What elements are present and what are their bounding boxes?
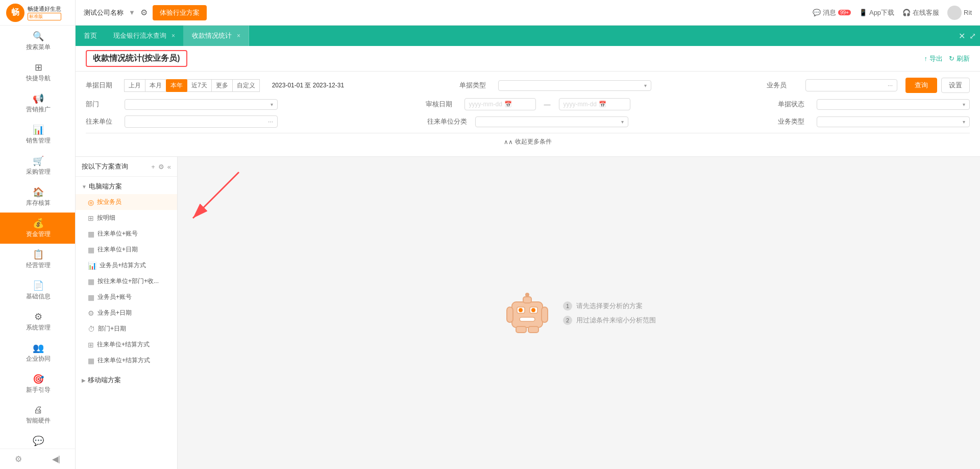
scheme-collapse-btn[interactable]: « (167, 163, 171, 171)
sidebar-item-quicknav[interactable]: ⊞ 快捷导航 (0, 57, 75, 88)
sidebar-item-purchase[interactable]: 🛒 采购管理 (0, 150, 75, 181)
svg-point-9 (525, 293, 529, 297)
scheme-item-partner-dept[interactable]: ▦ 按往来单位+部门+收... (76, 273, 177, 289)
grid-icon: ⊞ (35, 62, 42, 73)
partner-select[interactable]: ··· (125, 115, 278, 128)
query-btn[interactable]: 查询 (905, 78, 937, 93)
scheme-settings-btn[interactable]: ⚙ (158, 163, 164, 171)
date-tab-more[interactable]: 更多 (211, 79, 233, 92)
partner-settlement2-icon: ▦ (88, 357, 94, 365)
scheme-item-sales-account[interactable]: ▦ 业务员+账号 (76, 289, 177, 305)
sidebar-item-marketing[interactable]: 📢 营销推广 (0, 88, 75, 119)
sidebar-item-collab[interactable]: 👥 企业协同 (0, 337, 75, 368)
dept-chevron: ▾ (271, 102, 273, 107)
date-tab-this-year[interactable]: 本年 (166, 79, 187, 92)
sidebar-item-guide[interactable]: 🎯 新手引导 (0, 368, 75, 400)
messages-btn[interactable]: 💬 消息 99+ (813, 8, 851, 17)
scheme-item-partner-settlement2[interactable]: ▦ 往来单位+结算方式 (76, 353, 177, 368)
scheme-add-btn[interactable]: + (151, 163, 155, 171)
sidebar-item-sales[interactable]: 📊 销售管理 (0, 119, 75, 150)
scheme-group-mobile[interactable]: ▶ 移动端方案 (76, 372, 177, 388)
system-icon: ⚙ (34, 311, 42, 322)
sidebar-footer: ⚙ ◀| (0, 449, 75, 469)
date-tab-last-month[interactable]: 上月 (124, 79, 145, 92)
collapse-btn[interactable]: ∧∧ 收起更多条件 (86, 133, 970, 150)
scheme-panel: 按以下方案查询 + ⚙ « ▼ 电脑端方案 (76, 157, 178, 469)
scheme-item-sales-settlement[interactable]: 📊 业务员+结算方式 (76, 257, 177, 273)
top-header-right: 💬 消息 99+ 📱 App下载 🎧 在线客服 Rit (813, 6, 972, 20)
business-type-select[interactable]: ▾ (817, 116, 970, 127)
collab-icon: 👥 (33, 342, 44, 354)
detail-scheme-icon: ⊞ (88, 214, 94, 222)
top-header-left: 测试公司名称 ▼ ⚙ 体验行业方案 (84, 5, 207, 20)
online-service-btn[interactable]: 🎧 在线客服 (902, 8, 939, 17)
page-title-box: 收款情况统计(按业务员) (86, 50, 187, 67)
app-download-btn[interactable]: 📱 App下载 (859, 8, 894, 17)
sales-date-icon: ⚙ (88, 309, 94, 317)
scheme-group-desktop[interactable]: ▼ 电脑端方案 (76, 179, 177, 194)
sidebar-item-basic[interactable]: 📄 基础信息 (0, 275, 75, 306)
scheme-title: 按以下方案查询 (82, 162, 128, 171)
date-tabs: 上月 本月 本年 近7天 更多 自定义 (125, 79, 260, 92)
tab-home[interactable]: 首页 (76, 31, 105, 40)
export-btn[interactable]: ↑ 导出 (924, 54, 943, 63)
tab-expand-btn[interactable]: ⤢ (969, 31, 976, 41)
user-info[interactable]: Rit (947, 6, 972, 20)
svg-rect-11 (542, 307, 548, 322)
group-arrow-icon: ▼ (82, 184, 87, 190)
date-tab-custom[interactable]: 自定义 (232, 79, 260, 92)
empty-state-icon (502, 287, 553, 339)
sidebar-item-management[interactable]: 📋 经营管理 (0, 244, 75, 275)
trial-btn[interactable]: 体验行业方案 (153, 5, 207, 20)
svg-rect-10 (507, 307, 513, 322)
scheme-item-by-salesperson[interactable]: ◎ 按业务员 (76, 194, 177, 210)
date-tab-7days[interactable]: 近7天 (187, 79, 212, 92)
sidebar-item-finance[interactable]: 💰 资金管理 (0, 213, 75, 244)
scheme-item-partner-settlement1[interactable]: ⊞ 往来单位+结算方式 (76, 337, 177, 353)
desktop-group-label: 电脑端方案 (89, 182, 122, 191)
scheme-item-partner-account[interactable]: ▦ 往来单位+账号 (76, 226, 177, 242)
mobile-group-label: 移动端方案 (88, 376, 121, 385)
tab-receipt-stats-close[interactable]: × (237, 32, 240, 39)
dept-select[interactable]: ▾ (125, 99, 278, 110)
svg-line-1 (193, 172, 239, 218)
sidebar-item-inventory[interactable]: 🏠 库存核算 (0, 181, 75, 213)
tab-close-all-btn[interactable]: ✕ (959, 31, 965, 41)
sidebar-item-wechat[interactable]: 💬 企业微信 (0, 430, 75, 449)
filter-actions: 查询 设置 (905, 78, 970, 93)
audit-start-input[interactable]: yyyy-mm-dd 📅 (464, 98, 536, 110)
voucher-type-chevron: ▾ (644, 83, 647, 88)
voucher-status-select[interactable]: ▾ (817, 99, 970, 110)
tab-receipt-stats[interactable]: 收款情况统计 × (184, 26, 249, 46)
scheme-item-detail[interactable]: ⊞ 按明细 (76, 210, 177, 226)
voucher-type-select[interactable]: ▾ (498, 80, 651, 91)
sidebar-item-hardware[interactable]: 🖨 智能硬件 (0, 400, 75, 430)
scheme-item-sales-date[interactable]: ⚙ 业务员+日期 (76, 305, 177, 321)
settings-footer-btn[interactable]: ⚙ (15, 454, 22, 464)
scheme-item-dept-date[interactable]: ⏱ 部门+日期 (76, 321, 177, 337)
service-icon: 🎧 (902, 9, 911, 16)
tab-cash-flow-close[interactable]: × (172, 32, 175, 39)
search-icon: 🔍 (33, 31, 44, 42)
audit-end-input[interactable]: yyyy-mm-dd 📅 (559, 98, 630, 110)
company-dropdown-icon[interactable]: ▼ (129, 9, 135, 16)
main-body: 按以下方案查询 + ⚙ « ▼ 电脑端方案 (76, 157, 980, 469)
refresh-btn[interactable]: ↻ 刷新 (949, 54, 970, 63)
app-icon: 📱 (859, 9, 867, 16)
sidebar-item-search[interactable]: 🔍 搜索菜单 (0, 26, 75, 57)
partner-category-select[interactable]: ▾ (475, 116, 628, 127)
scheme-item-partner-date[interactable]: ▦ 往来单位+日期 (76, 242, 177, 257)
tab-cash-flow[interactable]: 现金银行流水查询 × (105, 26, 184, 46)
empty-state-row: 1 请先选择要分析的方案 2 用过滤条件来缩小分析范围 (502, 287, 656, 339)
sidebar-item-system[interactable]: ⚙ 系统管理 (0, 306, 75, 337)
salesperson-dots: ··· (888, 82, 893, 89)
salesperson-select[interactable]: ··· (805, 79, 897, 91)
scheme-section-desktop: ▼ 电脑端方案 ◎ 按业务员 ⊞ 按明细 (76, 177, 177, 370)
date-tab-this-month[interactable]: 本月 (145, 79, 166, 92)
collapse-sidebar-btn[interactable]: ◀| (52, 454, 60, 464)
set-btn[interactable]: 设置 (941, 78, 970, 93)
svg-rect-12 (516, 326, 526, 333)
header-gear-btn[interactable]: ⚙ (140, 8, 148, 17)
message-badge: 99+ (838, 10, 851, 15)
user-avatar (947, 6, 962, 20)
